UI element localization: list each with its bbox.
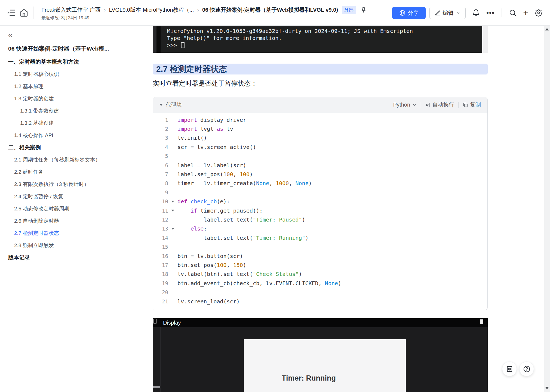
breadcrumb-separator: › [197,7,199,13]
line-number: 21 [153,298,168,304]
collapse-sidebar-icon[interactable]: « [8,30,19,39]
code-text: lv.init() [177,135,207,141]
line-number: 6 [153,162,168,168]
toc-item[interactable]: 1.2 基本原理 [0,80,152,92]
toc-item[interactable]: 2.2 延时任务 [0,166,152,178]
edit-button[interactable]: 编辑 [429,7,466,19]
toc-item[interactable]: 2.6 自动删除定时器 [0,215,152,227]
copy-code-button[interactable]: 复制 [463,101,481,108]
toc-item[interactable]: 一、定时器的基本概念和方法 [0,56,152,68]
copy-icon [463,102,468,108]
terminal-scroll-track[interactable] [482,26,488,53]
code-block-header: 代码块 Python 自动换行 复制 [153,97,487,113]
toc-item[interactable]: 2.8 强制立即触发 [0,239,152,251]
topbar-divider [33,7,33,19]
breadcrumb-item[interactable]: Freak嵌入式工作室-广西 [41,6,101,14]
line-number: 13 [153,226,168,232]
home-icon[interactable] [20,8,28,17]
breadcrumb-separator: › [104,7,106,13]
share-button[interactable]: 分享 [392,7,426,19]
word-wrap-button[interactable]: 自动换行 [425,101,454,108]
settings-gear-icon[interactable] [535,9,542,17]
sidebar-toggle-icon[interactable] [7,8,16,17]
notifications-bell-icon[interactable] [472,9,480,17]
line-number: 1 [153,117,168,123]
breadcrumb-item[interactable]: LVGL9.0版本-MicroPython教程（... [109,6,194,14]
display-scroll-strip[interactable] [153,327,161,392]
terminal-prompt[interactable]: >>> [167,42,482,49]
code-text: label.set_text("Timer: Paused") [177,216,305,223]
terminal-line: MicroPython v1.20.0-1053-g349ae32bf-dirt… [167,27,482,35]
feedback-button[interactable] [502,362,517,376]
language-label: Python [393,102,410,108]
toc-item[interactable]: 1.3.1 带参数创建 [0,105,152,117]
panel-maximize-icon[interactable] [480,319,483,324]
toc-item[interactable]: 2.7 检测定时器状态 [0,227,152,239]
code-line: 16btn = lv.button(scr) [153,251,487,260]
terminal-output[interactable]: MicroPython v1.20.0-1053-g349ae32bf-dirt… [161,26,482,53]
code-text: label.set_pos(100, 100) [177,171,253,178]
display-tab[interactable]: Display [163,320,181,326]
line-number: 9 [153,189,168,195]
scroll-up-arrow[interactable] [545,28,549,30]
breadcrumb-item[interactable]: 06 快速开始案例-定时器（基于Web模拟器和LVGL v9.0) [202,6,338,14]
toc-doc-title[interactable]: 06 快速开始案例-定时器（基于Web模... [8,45,146,52]
language-selector[interactable]: Python [393,102,417,108]
search-icon[interactable] [509,9,517,17]
fold-triangle-icon [171,228,174,230]
help-button[interactable] [519,362,534,376]
section-heading-text: 2.7 检测定时器状态 [156,64,227,75]
fold-triangle-icon [171,201,174,203]
toc-item[interactable]: 2.1 周期性任务（每秒刷新标签文本） [0,154,152,166]
toc-item[interactable]: 2.3 有限次数执行（3 秒倒计时） [0,178,152,190]
pin-icon[interactable] [360,7,367,13]
copy-label: 复制 [470,101,481,108]
fold-toggle[interactable] [168,228,177,230]
display-scroll-handle[interactable] [153,386,160,388]
code-text: import lvgl as lv [177,126,233,132]
line-number: 16 [153,253,168,259]
terminal-left-strip [153,26,156,53]
chevron-down-icon [412,103,417,107]
toc-item[interactable]: 1.3.2 基础创建 [0,117,152,129]
page-scrollbar[interactable] [544,26,550,392]
simulator-display-panel[interactable]: Display Timer: Running [153,318,488,392]
line-number: 18 [153,271,168,277]
external-badge: 外部 [342,6,356,14]
line-number: 11 [153,208,168,214]
line-number: 14 [153,235,168,241]
code-line: 12 label.set_text("Timer: Paused") [153,215,487,224]
collapse-triangle-icon [159,104,163,106]
repl-terminal[interactable]: MicroPython v1.20.0-1053-g349ae32bf-dirt… [153,26,488,53]
edit-label: 编辑 [443,9,454,17]
lvgl-screen[interactable]: Timer: Running [244,339,406,392]
scroll-down-arrow[interactable] [545,387,549,389]
toc-item[interactable]: 版本记录 [0,251,152,264]
code-block-collapse[interactable]: 代码块 [159,101,182,108]
code-text: def check_cb(e): [177,198,230,205]
line-number: 8 [153,180,168,186]
panel-corner-icon [153,319,156,323]
last-modified: 最近修改: 3月24日 19:49 [41,15,89,21]
line-number: 7 [153,171,168,177]
toc-item[interactable]: 1.1 定时器核心认识 [0,68,152,80]
toc-item[interactable]: 1.3 定时器的创建 [0,92,152,105]
new-doc-plus-icon[interactable]: + [523,9,528,17]
help-question-icon [523,365,530,373]
terminal-divider-bar [156,26,161,53]
more-menu-icon[interactable]: ••• [486,9,494,17]
toc-item[interactable]: 1.4 核心操作 API [0,129,152,141]
toc-item[interactable]: 2.4 定时器暂停 / 恢复 [0,190,152,203]
code-text: else: [177,225,207,232]
toc-sidebar: « 06 快速开始案例-定时器（基于Web模... 一、定时器的基本概念和方法1… [0,26,152,392]
code-text: lv.label(btn).set_text("Check Status") [177,271,302,277]
code-line: 6label = lv.label(scr) [153,161,487,170]
toc-item[interactable]: 2.5 动态修改定时器周期 [0,203,152,215]
fold-toggle[interactable] [168,210,177,211]
code-line: 3lv.init() [153,133,487,142]
line-number: 10 [153,198,168,204]
code-text: btn = lv.button(scr) [177,253,243,259]
toc-item[interactable]: 二、相关案例 [0,141,152,154]
code-block-body: 1import display_driver2import lvgl as lv… [153,113,487,306]
fold-toggle[interactable] [168,201,177,203]
